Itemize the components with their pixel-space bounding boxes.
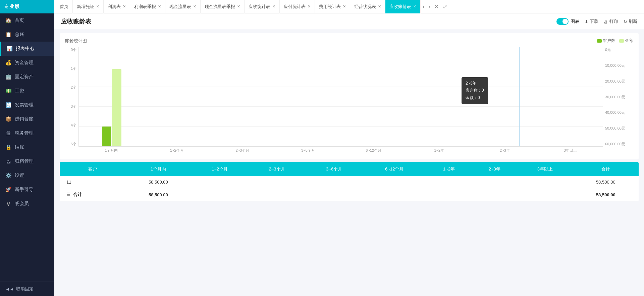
tab-scroll-left[interactable]: ‹ bbox=[421, 0, 426, 13]
bar-group-m23 bbox=[210, 47, 275, 146]
tab-bar: 首页 新增凭证 ✕ 利润表 ✕ 利润表季报 ✕ 现金流量表 ✕ 现金流量表季报 … bbox=[54, 0, 644, 13]
th-y12: 1~2年 bbox=[426, 162, 472, 176]
bar-group-m1 bbox=[79, 47, 144, 146]
payroll-icon: 💵 bbox=[5, 88, 11, 94]
sidebar-item-member[interactable]: V 畅会员 bbox=[0, 197, 54, 211]
tab-expense-close[interactable]: ✕ bbox=[343, 4, 346, 9]
y-axis-left: 5个 4个 3个 2个 1个 0个 bbox=[65, 47, 78, 155]
legend-customers-dot bbox=[597, 39, 602, 43]
print-button[interactable]: 🖨 打印 bbox=[604, 18, 618, 24]
sidebar-item-report[interactable]: 📊 报表中心 bbox=[0, 42, 54, 56]
sidebar-item-fund[interactable]: 💰 资金管理 bbox=[0, 56, 54, 70]
tab-profit-close[interactable]: ✕ bbox=[123, 4, 126, 9]
tab-ap-stat-label: 应付统计表 bbox=[284, 4, 306, 10]
chart-plot: 2~3年 客户数：0 金额：0 bbox=[78, 47, 603, 147]
sidebar-item-tax[interactable]: 🏛 税务管理 bbox=[0, 126, 54, 140]
download-button[interactable]: ⬇ 下载 bbox=[585, 18, 598, 24]
tab-ar-stat-label: 应收统计表 bbox=[249, 4, 270, 10]
refresh-button[interactable]: ↻ 刷新 bbox=[624, 18, 637, 24]
y-right-50k: 50,000.00元 bbox=[605, 126, 625, 131]
home-icon: 🏠 bbox=[5, 17, 11, 23]
refresh-icon: ↻ bbox=[624, 19, 627, 24]
bar-group-y23 bbox=[472, 47, 537, 146]
tab-cashflow[interactable]: 现金流量表 ✕ bbox=[165, 0, 201, 13]
tab-ar-aging[interactable]: 应收账龄表 ✕ bbox=[385, 0, 421, 13]
tab-cashflow-close[interactable]: ✕ bbox=[193, 4, 196, 9]
tab-ar-stat-close[interactable]: ✕ bbox=[272, 4, 275, 9]
th-m612: 6~12个月 bbox=[363, 162, 426, 176]
tab-biz-close[interactable]: ✕ bbox=[378, 4, 381, 9]
td-y12 bbox=[426, 176, 472, 188]
th-m12: 1~2个月 bbox=[191, 162, 248, 176]
invoice-icon: 🧾 bbox=[5, 102, 11, 108]
refresh-label: 刷新 bbox=[629, 18, 637, 24]
toggle-track[interactable] bbox=[556, 18, 569, 25]
sidebar-label-invoice: 发票管理 bbox=[15, 102, 34, 108]
tab-ar-stat[interactable]: 应收统计表 ✕ bbox=[245, 0, 280, 13]
y-left-1: 1个 bbox=[71, 66, 76, 71]
sidebar-item-close[interactable]: 🔒 结账 bbox=[0, 140, 54, 154]
tab-close-all[interactable]: ✕ bbox=[432, 0, 441, 13]
guide-icon: 🚀 bbox=[5, 187, 11, 193]
sidebar-pin-toggle[interactable]: ◄◄ 取消固定 bbox=[0, 282, 54, 296]
tab-ap-stat-close[interactable]: ✕ bbox=[308, 4, 311, 9]
tab-cashflow-q-close[interactable]: ✕ bbox=[237, 4, 240, 9]
td-m36 bbox=[306, 176, 363, 188]
table-row: 11 58,500.00 58,500.00 bbox=[60, 176, 639, 188]
y-right-20k: 20,000.00元 bbox=[605, 79, 625, 84]
tab-cashflow-q[interactable]: 现金流量表季报 ✕ bbox=[201, 0, 245, 13]
legend-amount-dot bbox=[619, 39, 624, 43]
chart-toggle[interactable]: 图表 bbox=[556, 18, 579, 25]
total-label: ☰ 合计 bbox=[60, 188, 125, 201]
tab-ar-aging-close[interactable]: ✕ bbox=[413, 4, 416, 9]
x-label-m12: 1~2个月 bbox=[144, 147, 210, 155]
td-m1: 58,500.00 bbox=[125, 176, 191, 188]
sidebar-item-ledger[interactable]: 📋 总账 bbox=[0, 28, 54, 42]
tab-profit-q[interactable]: 利润表季报 ✕ bbox=[130, 0, 165, 13]
sidebar-label-purchase: 进销台账 bbox=[15, 116, 34, 122]
settings-icon: ⚙️ bbox=[5, 172, 11, 179]
sidebar-label-settings: 设置 bbox=[15, 172, 24, 179]
td-y23 bbox=[472, 176, 517, 188]
sidebar-label-guide: 新手引导 bbox=[15, 187, 34, 193]
sidebar-item-guide[interactable]: 🚀 新手引导 bbox=[0, 183, 54, 197]
sidebar-item-assets[interactable]: 🏢 固定资产 bbox=[0, 70, 54, 84]
sidebar-item-settings[interactable]: ⚙️ 设置 bbox=[0, 168, 54, 183]
tab-expense[interactable]: 费用统计表 ✕ bbox=[315, 0, 350, 13]
sidebar-item-archive[interactable]: 🗂 归档管理 bbox=[0, 154, 54, 168]
sidebar-label-home: 首页 bbox=[15, 17, 24, 23]
sidebar-item-purchase[interactable]: 📦 进销台账 bbox=[0, 112, 54, 126]
tab-home-label: 首页 bbox=[60, 4, 68, 10]
tab-voucher-close[interactable]: ✕ bbox=[96, 4, 99, 9]
total-m36 bbox=[306, 188, 363, 201]
total-m23 bbox=[248, 188, 305, 201]
total-m12 bbox=[191, 188, 248, 201]
page-title: 应收账龄表 bbox=[61, 17, 91, 26]
tab-voucher[interactable]: 新增凭证 ✕ bbox=[73, 0, 104, 13]
tab-scroll-right[interactable]: › bbox=[426, 0, 432, 13]
th-m23: 2~3个月 bbox=[248, 162, 305, 176]
tab-profit-label: 利润表 bbox=[108, 4, 121, 10]
print-label: 打印 bbox=[609, 18, 618, 24]
tab-ap-stat[interactable]: 应付统计表 ✕ bbox=[280, 0, 315, 13]
tab-profit-q-close[interactable]: ✕ bbox=[158, 4, 161, 9]
td-y3plus bbox=[517, 176, 573, 188]
y-right-10k: 10,000.00元 bbox=[605, 63, 625, 68]
download-icon: ⬇ bbox=[585, 19, 588, 24]
tab-maximize[interactable]: ⤢ bbox=[441, 0, 449, 13]
member-icon: V bbox=[5, 201, 11, 207]
tab-profit[interactable]: 利润表 ✕ bbox=[104, 0, 130, 13]
tab-biz[interactable]: 经营状况表 ✕ bbox=[350, 0, 385, 13]
x-label-m36: 3~6个月 bbox=[275, 147, 341, 155]
tab-home[interactable]: 首页 bbox=[56, 0, 73, 13]
fund-icon: 💰 bbox=[5, 60, 11, 66]
x-label-y3plus: 3年以上 bbox=[538, 147, 603, 155]
sidebar-item-home[interactable]: 🏠 首页 bbox=[0, 13, 54, 28]
y-axis-right: 60,000.00元 50,000.00元 40,000.00元 30,000.… bbox=[603, 47, 633, 155]
y-left-0: 0个 bbox=[71, 47, 76, 52]
assets-icon: 🏢 bbox=[5, 74, 11, 80]
sidebar-item-payroll[interactable]: 💵 工资 bbox=[0, 84, 54, 98]
toggle-label: 图表 bbox=[571, 18, 579, 24]
legend-customers: 客户数 bbox=[597, 38, 615, 44]
sidebar-item-invoice[interactable]: 🧾 发票管理 bbox=[0, 98, 54, 112]
